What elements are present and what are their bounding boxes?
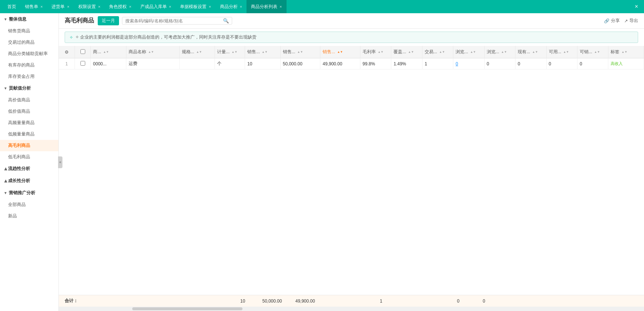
info-banner: ✧ ✧ 企业的主要的利润都是这部分商品创造的，可考虑加大推广，同时关注库存是不要… bbox=[65, 32, 638, 43]
share-icon: 🔗 bbox=[604, 18, 609, 23]
sort-icon[interactable]: ▲▼ bbox=[196, 50, 202, 54]
close-icon[interactable]: × bbox=[169, 4, 171, 9]
sidebar-section-title-marketing[interactable]: ▼ 营销推广分析 bbox=[0, 187, 58, 199]
sort-icon[interactable]: ▲▼ bbox=[408, 50, 414, 54]
col-available: 可用... ▲▼ bbox=[546, 46, 577, 58]
col-sales-profit: 销售... ▲▼ bbox=[320, 46, 360, 58]
sort-icon[interactable]: ▲▼ bbox=[532, 50, 538, 54]
nav-tab-template-setting[interactable]: 单据模板设置 × bbox=[176, 0, 215, 13]
sidebar-item-all-goods[interactable]: 全部商品 bbox=[0, 199, 58, 210]
sort-icon[interactable]: ▲▼ bbox=[262, 50, 268, 54]
col-unit: 计量... ▲▼ bbox=[215, 46, 245, 58]
export-button[interactable]: ↗ 导出 bbox=[624, 18, 638, 24]
expand-arrow-icon: ▶ bbox=[3, 180, 7, 182]
content-panel: 高毛利商品 近一月 🔍 🔗 分享 ↗ 导出 ✧ ✧ 企 bbox=[59, 13, 644, 311]
data-table: ⚙ 商... ▲▼ 商品名称 ▲▼ bbox=[59, 46, 644, 69]
row-checkbox[interactable] bbox=[75, 58, 90, 69]
nav-tab-product-analysis-list[interactable]: 商品分析列表 × bbox=[247, 0, 286, 13]
nav-tab-home[interactable]: 首页 bbox=[3, 0, 21, 13]
sidebar-section-title-trend[interactable]: ▶ 流趋性分析 bbox=[0, 163, 58, 175]
info-icon: ✧ bbox=[69, 35, 73, 40]
sidebar-item-sales-goods[interactable]: 销售货商品 bbox=[0, 25, 58, 37]
col-checkbox[interactable] bbox=[75, 46, 90, 58]
footer-sales-qty: 10 bbox=[240, 299, 245, 304]
sidebar-item-inventory-capital[interactable]: 库存资金占用 bbox=[0, 71, 58, 82]
col-sellable: 可销... ▲▼ bbox=[578, 46, 608, 58]
col-name: 商品名称 ▲▼ bbox=[126, 46, 179, 58]
expand-arrow-icon: ▶ bbox=[3, 167, 7, 170]
scrollbar-thumb[interactable] bbox=[132, 307, 242, 310]
sort-icon[interactable]: ▲▼ bbox=[103, 50, 109, 54]
search-icon: 🔍 bbox=[223, 18, 229, 23]
col-settings[interactable]: ⚙ bbox=[59, 46, 75, 58]
footer-summary: 合计： 10 50,000.00 49,900.00 bbox=[59, 295, 644, 307]
row-code: 0000... bbox=[91, 58, 126, 69]
col-spec: 规格... ▲▼ bbox=[179, 46, 215, 58]
nav-tab-product-analysis[interactable]: 商品分析 × bbox=[216, 0, 247, 13]
row-select-checkbox[interactable] bbox=[80, 61, 85, 66]
row-unit: 个 bbox=[215, 58, 245, 69]
sidebar: ▼ 整体信息 销售货商品 交易过的商品 商品分类辅助贡献率 有库存的商品 库存资… bbox=[0, 13, 59, 311]
sidebar-item-goods-contrib[interactable]: 商品分类辅助贡献率 bbox=[0, 48, 58, 59]
collapse-arrow-icon: ▼ bbox=[4, 86, 7, 90]
sort-icon[interactable]: ▲▼ bbox=[501, 50, 507, 54]
sort-icon[interactable]: ▲▼ bbox=[470, 50, 476, 54]
sort-icon[interactable]: ▲▼ bbox=[622, 50, 627, 54]
sort-icon[interactable]: ▲▼ bbox=[337, 50, 343, 54]
share-button[interactable]: 🔗 分享 bbox=[604, 18, 620, 24]
sidebar-item-high-value[interactable]: 高价值商品 bbox=[0, 94, 58, 106]
footer-label: 合计： bbox=[65, 298, 109, 304]
search-box[interactable]: 🔍 bbox=[122, 17, 232, 25]
footer-current-stock: 0 bbox=[457, 299, 460, 304]
sidebar-item-high-freq[interactable]: 高频量量商品 bbox=[0, 117, 58, 129]
sidebar-item-new-goods[interactable]: 新品 bbox=[0, 210, 58, 222]
nav-tab-product-entry[interactable]: 产成品入库单 × bbox=[136, 0, 176, 13]
sidebar-item-low-freq[interactable]: 低频量量商品 bbox=[0, 129, 58, 140]
window-close-button[interactable]: × bbox=[632, 3, 641, 10]
sort-icon[interactable]: ▲▼ bbox=[297, 50, 303, 54]
nav-tab-purchase[interactable]: 进货单 × bbox=[47, 0, 73, 13]
horizontal-scrollbar[interactable] bbox=[59, 307, 644, 311]
sidebar-collapse-button[interactable]: « bbox=[58, 156, 62, 168]
footer-sales-profit: 49,900.00 bbox=[295, 299, 315, 304]
sort-icon[interactable]: ▲▼ bbox=[231, 50, 237, 54]
top-navigation: 首页 销售单 × 进货单 × 权限设置 × 角色授权 × 产成品入库单 × 单据… bbox=[0, 0, 644, 13]
close-icon[interactable]: × bbox=[40, 4, 43, 9]
close-icon[interactable]: × bbox=[129, 4, 131, 9]
sidebar-section-title-overall[interactable]: ▼ 整体信息 bbox=[0, 13, 58, 25]
sidebar-item-low-value[interactable]: 低价值商品 bbox=[0, 106, 58, 117]
close-icon[interactable]: × bbox=[67, 4, 69, 9]
footer-cells: 10 50,000.00 49,900.00 1 0 bbox=[109, 299, 638, 304]
row-gross-margin: 99.8% bbox=[360, 58, 391, 69]
sidebar-item-high-margin[interactable]: 高毛利商品 bbox=[0, 140, 58, 151]
filter-recent-month-button[interactable]: 近一月 bbox=[98, 16, 119, 25]
sidebar-section-title-profit[interactable]: ▼ 贡献值分析 bbox=[0, 82, 58, 94]
page-title: 高毛利商品 bbox=[65, 17, 94, 25]
nav-tab-sales[interactable]: 销售单 × bbox=[21, 0, 47, 13]
sidebar-section-title-growth[interactable]: ▶ 成长性分析 bbox=[0, 175, 58, 187]
sidebar-item-low-margin[interactable]: 低毛利商品 bbox=[0, 151, 58, 163]
close-icon[interactable]: × bbox=[240, 4, 242, 9]
sidebar-section-overall: ▼ 整体信息 销售货商品 交易过的商品 商品分类辅助贡献率 有库存的商品 库存资… bbox=[0, 13, 58, 82]
sidebar-item-traded-goods[interactable]: 交易过的商品 bbox=[0, 37, 58, 48]
sidebar-item-inventory-goods[interactable]: 有库存的商品 bbox=[0, 59, 58, 71]
settings-icon[interactable]: ⚙ bbox=[65, 50, 69, 55]
search-input[interactable] bbox=[125, 18, 223, 23]
row-browse1[interactable]: 0 bbox=[453, 58, 484, 69]
sort-icon[interactable]: ▲▼ bbox=[563, 50, 569, 54]
collapse-arrow-icon: ▼ bbox=[4, 191, 7, 195]
sort-icon[interactable]: ▲▼ bbox=[439, 50, 445, 54]
select-all-checkbox[interactable] bbox=[80, 49, 85, 54]
sort-icon[interactable]: ▲▼ bbox=[148, 50, 154, 54]
close-icon[interactable]: × bbox=[98, 4, 100, 9]
footer-transaction: 1 bbox=[380, 299, 382, 304]
row-sales-amount: 50,000.00 bbox=[280, 58, 320, 69]
sort-icon[interactable]: ▲▼ bbox=[594, 50, 600, 54]
nav-tab-role-permission[interactable]: 角色授权 × bbox=[105, 0, 136, 13]
sort-icon[interactable]: ▲▼ bbox=[378, 50, 384, 54]
close-icon[interactable]: × bbox=[209, 4, 211, 9]
close-icon[interactable]: × bbox=[280, 4, 282, 9]
export-icon: ↗ bbox=[624, 18, 628, 23]
table-container[interactable]: ⚙ 商... ▲▼ 商品名称 ▲▼ bbox=[59, 46, 644, 295]
nav-tab-permission-setting[interactable]: 权限设置 × bbox=[74, 0, 105, 13]
